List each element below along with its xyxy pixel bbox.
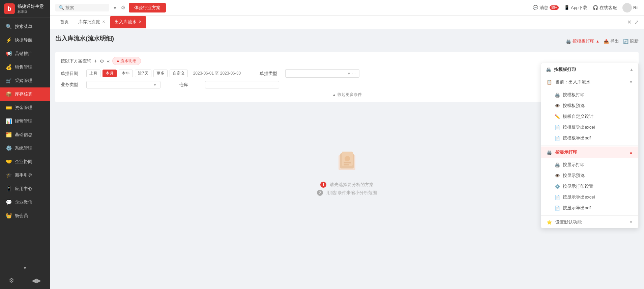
set-default-label: 设置默认功能 [555, 219, 626, 225]
search-input[interactable] [65, 5, 99, 10]
template-preview-icon: 👁️ [555, 103, 560, 108]
filter-section-title: 按以下方案查询 [61, 58, 91, 64]
sidebar-item-marketing[interactable]: 📢 营销推广 [0, 47, 50, 60]
filter-settings-icon[interactable]: ⚙ [100, 58, 104, 64]
sidebar-item-cooperation[interactable]: 🤝 企业协同 [0, 155, 50, 168]
template-preview-item[interactable]: 👁️ 按模板预览 [541, 100, 638, 111]
tab-inventory-batch[interactable]: 库存批次账 ✕ [74, 16, 110, 28]
quick-nav-nav-label: 快捷导航 [15, 37, 32, 43]
close-tab-icon[interactable]: ✕ [627, 19, 632, 25]
display-excel-icon: 📄 [555, 195, 560, 200]
filter-add-icon[interactable]: + [94, 58, 97, 64]
operations-nav-icon: 📊 [5, 118, 12, 125]
sidebar-nav: 🔍 搜索菜单 ⚡ 快捷导航 📢 营销推广 💰 销售管理 🛒 采购管理 📦 库存核… [0, 18, 50, 264]
topbar-dropdown-icon[interactable]: ▼ [113, 5, 117, 10]
display-preview-item[interactable]: 👁️ 按显示预览 [541, 170, 638, 181]
settings-icon[interactable]: ⚙ [6, 275, 17, 286]
tab-inout-flow[interactable]: 出入库流水 ✕ [110, 16, 146, 28]
print-dropdown-panel: 🖨️ 按模板打印 ▲ 📋 当前：出入库流水 ▼ 🖨️ 按模板打印 👁️ [541, 63, 639, 228]
app-center-nav-icon: 📱 [5, 185, 12, 192]
dropdown-header-title: 按模板打印 [554, 67, 576, 73]
sidebar-item-purchase[interactable]: 🛒 采购管理 [0, 74, 50, 87]
display-print-section-header[interactable]: 🖨️ 按显示打印 ▲ [541, 147, 638, 158]
export-button[interactable]: 📤 导出 [604, 38, 619, 44]
date-btn-last-7-days[interactable]: 近7天 [135, 70, 151, 77]
sidebar-scroll[interactable]: ▼ [0, 264, 50, 272]
dropdown-current-item[interactable]: 📋 当前：出入库流水 ▼ [541, 76, 638, 88]
warehouse-select[interactable]: ··· [205, 81, 279, 88]
messages-button[interactable]: 💬 消息 99+ [533, 5, 559, 11]
refresh-button[interactable]: 🔄 刷新 [623, 38, 639, 44]
inventory-batch-close-icon[interactable]: ✕ [102, 20, 105, 24]
system-nav-icon: ⚙️ [5, 145, 12, 152]
wechat-nav-icon: 💬 [5, 199, 12, 206]
topbar-gear-icon[interactable]: ⚙ [121, 4, 125, 11]
template-customize-item[interactable]: ✏️ 模板自定义设计 [541, 111, 638, 122]
trial-industry-button[interactable]: 体验行业方案 [129, 3, 166, 12]
display-print-item[interactable]: 🖨️ 按显示打印 [541, 159, 638, 170]
display-export-pdf-item[interactable]: 📄 按显示导出pdf [541, 203, 638, 213]
inout-flow-close-icon[interactable]: ✕ [139, 20, 142, 24]
filter-collapse-icon[interactable]: « [107, 58, 110, 64]
date-btn-current-month[interactable]: 本月 [103, 70, 117, 77]
app-center-nav-label: 应用中心 [15, 186, 32, 192]
print-template-button[interactable]: 🖨️ 按模板打印 ▲ [566, 38, 599, 44]
sidebar-item-basics[interactable]: 🗂️ 基础信息 [0, 128, 50, 141]
template-print-item[interactable]: 🖨️ 按模板打印 [541, 89, 638, 100]
sidebar-item-member[interactable]: 👑 畅会员 [0, 209, 50, 222]
message-icon: 💬 [533, 5, 538, 10]
sidebar-item-quick-nav[interactable]: ⚡ 快捷导航 [0, 33, 50, 47]
home-tab-label: 首页 [60, 19, 69, 25]
sidebar-item-operations[interactable]: 📊 经营管理 [0, 114, 50, 128]
dropdown-collapse-icon[interactable]: ▲ [630, 67, 634, 72]
page-title: 出入库流水(流水明细) [55, 34, 114, 43]
guide-nav-icon: 🎓 [5, 172, 12, 179]
tab-home[interactable]: 首页 [55, 16, 74, 28]
sidebar-item-app-center[interactable]: 📱 应用中心 [0, 182, 50, 195]
messages-badge: 99+ [550, 5, 559, 10]
sidebar-item-inventory[interactable]: 📦 库存核算 [0, 87, 50, 101]
scroll-down-icon[interactable]: ▼ [23, 266, 27, 270]
set-default-arrow: ▼ [629, 220, 633, 224]
expand-icon[interactable]: ⤢ [634, 19, 639, 25]
user-avatar-area[interactable]: Rit [622, 3, 639, 12]
set-default-item[interactable]: ⭐ 设置默认功能 ▼ [541, 216, 638, 228]
display-print-settings-label: 按显示打印设置 [563, 183, 593, 189]
collapse-more-button[interactable]: ▲ 收起更多条件 [332, 92, 362, 98]
wechat-nav-label: 企业微信 [15, 199, 32, 205]
finance-nav-label: 资金管理 [15, 105, 32, 111]
sidebar-item-system[interactable]: ⚙️ 系统管理 [0, 141, 50, 155]
template-export-pdf-item[interactable]: 📄 按模板导出pdf [541, 133, 638, 143]
marketing-nav-label: 营销推广 [15, 51, 32, 57]
sidebar-item-finance[interactable]: 💳 资金管理 [0, 101, 50, 114]
doc-type-select[interactable]: ▼ ··· [285, 69, 359, 78]
date-btn-custom[interactable]: 自定义 [170, 70, 188, 77]
doc-type-more-icon[interactable]: ··· [352, 71, 356, 76]
tabs-bar: 首页 库存批次账 ✕ 出入库流水 ✕ ✕ ⤢ [50, 16, 644, 29]
inout-flow-label: 出入库流水 [115, 19, 137, 25]
sidebar-item-wechat[interactable]: 💬 企业微信 [0, 195, 50, 209]
member-nav-icon: 👑 [5, 212, 12, 219]
business-type-select[interactable]: ▼ [86, 81, 160, 88]
date-btn-more[interactable]: 更多 [153, 70, 168, 77]
display-pdf-icon: 📄 [555, 206, 560, 211]
current-flow-icon: 📋 [547, 80, 552, 85]
display-print-settings-item[interactable]: ⚙️ 按显示打印设置 [541, 181, 638, 192]
date-btn-current-year[interactable]: 本年 [119, 70, 133, 77]
printer-icon: 🖨️ [566, 39, 571, 44]
sidebar-item-sales[interactable]: 💰 销售管理 [0, 60, 50, 74]
online-service-label: 在线客服 [599, 5, 617, 11]
sidebar-item-search[interactable]: 🔍 搜索菜单 [0, 20, 50, 33]
collapse-icon[interactable]: ◀▶ [29, 275, 44, 286]
inventory-nav-label: 库存核算 [15, 91, 32, 97]
display-export-excel-item[interactable]: 📄 按显示导出excel [541, 192, 638, 203]
date-btn-last-month[interactable]: 上月 [86, 70, 100, 77]
app-download-button[interactable]: 📱 App下载 [564, 5, 587, 11]
sidebar-item-guide[interactable]: 🎓 新手引导 [0, 168, 50, 182]
template-export-excel-label: 按模板导出excel [563, 124, 595, 130]
warehouse-label: 仓库 [179, 82, 200, 88]
online-service-button[interactable]: 🎧 在线客服 [593, 5, 617, 11]
template-export-excel-item[interactable]: 📄 按模板导出excel [541, 122, 638, 133]
step2-text: 用[选]条件来缩小分析范围 [326, 190, 377, 195]
print-template-up-arrow: ▲ [596, 39, 599, 43]
